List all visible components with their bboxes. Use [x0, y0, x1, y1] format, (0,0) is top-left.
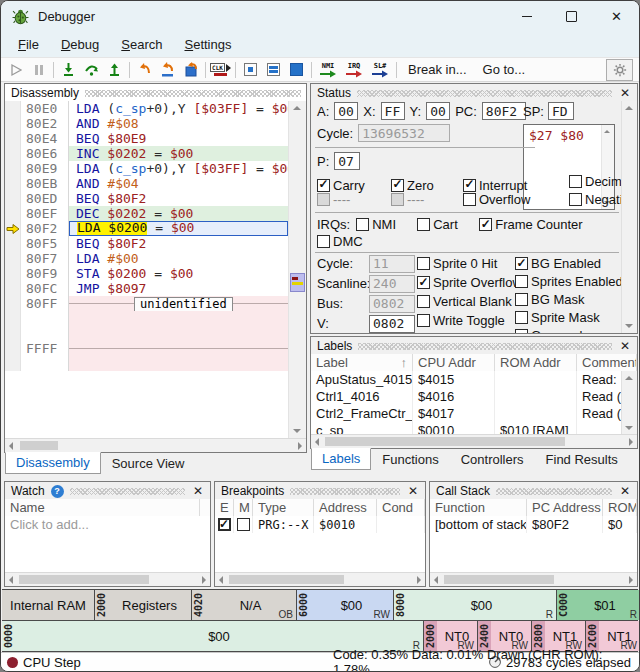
labels-header-rom-addr[interactable]: ROM Addr: [495, 354, 577, 371]
disasm-gutter[interactable]: [5, 221, 21, 236]
labels-table-header[interactable]: Label↑CPU AddrROM AddrComment: [311, 354, 637, 372]
disasm-row[interactable]: 80F7LDA #$00: [5, 251, 288, 266]
help-icon[interactable]: ?: [51, 485, 64, 498]
watch-placeholder[interactable]: Click to add...: [5, 516, 210, 533]
p-register-input[interactable]: [334, 152, 360, 170]
disasm-row[interactable]: 80EBAND #$04: [5, 176, 288, 191]
call-stack-table-header[interactable]: FunctionPC AddressROM Addr: [430, 499, 637, 517]
scrollbar-thumb[interactable]: [229, 575, 344, 584]
flag-checkbox-bg-enabled[interactable]: BG Enabled: [515, 256, 623, 271]
call-stack-header-function[interactable]: Function: [430, 499, 527, 516]
label-row[interactable]: Ctrl2_FrameCtr_40$4017Read (NE: [311, 405, 637, 422]
breakpoints-header-m[interactable]: M: [234, 499, 253, 516]
memory-block-4020[interactable]: 4020N/AOB: [192, 590, 297, 620]
breakpoints-header-type[interactable]: Type: [253, 499, 314, 516]
flag-checkbox-sprite-mask[interactable]: Sprite Mask: [515, 310, 623, 325]
flag-checkbox--[interactable]: ----: [317, 192, 391, 207]
disasm-row[interactable]: 80F9STA $0200 = $00: [5, 266, 288, 281]
close-icon[interactable]: ✕: [618, 86, 632, 100]
labels-tab-controllers[interactable]: Controllers: [450, 449, 535, 471]
scroll-down-icon[interactable]: [625, 324, 633, 328]
step-into-button[interactable]: [57, 60, 80, 80]
scroll-left-icon[interactable]: [434, 576, 438, 584]
step-out-button[interactable]: [103, 60, 126, 80]
disasm-gutter[interactable]: [5, 311, 21, 326]
memory-block-C000[interactable]: C000$01R: [557, 590, 640, 620]
call-stack-header-rom-addr[interactable]: ROM Addr: [603, 499, 637, 516]
disasm-gutter[interactable]: [5, 131, 21, 146]
disasm-instruction[interactable]: DEC $0202 = $00: [69, 206, 288, 221]
disasm-gutter[interactable]: [5, 326, 21, 341]
register-input-a[interactable]: [334, 102, 358, 120]
disasm-row[interactable]: 80E0LDA (c_sp+0),Y [$03FF] = $06: [5, 101, 288, 116]
labels-horizontal-scrollbar[interactable]: [311, 434, 637, 448]
menu-search[interactable]: Search: [110, 34, 173, 55]
labels-header-comment[interactable]: Comment: [577, 354, 637, 371]
disasm-gutter[interactable]: [5, 281, 21, 296]
disasm-instruction[interactable]: [69, 356, 288, 371]
breakpoints-horizontal-scrollbar[interactable]: [215, 572, 425, 586]
undo-step-button[interactable]: [133, 60, 156, 80]
labels-header-cpu-addr[interactable]: CPU Addr: [413, 354, 495, 371]
disasm-gutter[interactable]: [5, 116, 21, 131]
scroll-right-icon[interactable]: [298, 442, 302, 450]
flag-checkbox-carry[interactable]: Carry: [317, 178, 391, 193]
breakpoints-header-e[interactable]: E: [215, 499, 234, 516]
disasm-instruction[interactable]: AND #$04: [69, 176, 288, 191]
watch-name-header[interactable]: Name: [5, 499, 200, 516]
flag-checkbox-bg-mask[interactable]: BG Mask: [515, 292, 623, 307]
disasm-gutter[interactable]: [5, 236, 21, 251]
disasm-row[interactable]: 80E4BEQ $80E9: [5, 131, 288, 146]
step-over-button[interactable]: [80, 60, 103, 80]
scroll-left-icon[interactable]: [9, 576, 13, 584]
scroll-up-icon[interactable]: [625, 376, 633, 380]
register-input-y[interactable]: [426, 102, 450, 120]
disasm-gutter[interactable]: [5, 176, 21, 191]
undo-scanline-button[interactable]: [156, 60, 179, 80]
labels-vertical-scrollbar[interactable]: [621, 371, 637, 435]
slnum-signal-button[interactable]: SL#: [367, 60, 393, 80]
breakpoints-header-cond[interactable]: Cond: [377, 499, 425, 516]
disasm-row[interactable]: 80E2AND #$08: [5, 116, 288, 131]
disasm-gutter[interactable]: [5, 356, 21, 371]
scroll-up-icon[interactable]: [625, 106, 633, 110]
flag-checkbox-zero[interactable]: Zero: [391, 178, 463, 193]
disassembly-tab-disassembly[interactable]: Disassembly: [5, 452, 101, 474]
disasm-row[interactable]: 80EFDEC $0202 = $00: [5, 206, 288, 221]
minimize-button[interactable]: [504, 1, 549, 31]
disasm-row[interactable]: 80FFunidentified: [5, 296, 288, 311]
flag-checkbox-interrupt[interactable]: Interrupt: [463, 178, 569, 193]
flag-checkbox-nmi[interactable]: NMI: [356, 217, 417, 232]
scrollbar-position-marker[interactable]: [290, 273, 305, 292]
disasm-row[interactable]: [5, 326, 288, 341]
disasm-row[interactable]: FFFF: [5, 341, 288, 356]
label-row[interactable]: ApuStatus_4015$4015Read:: [311, 371, 637, 388]
register-input-pc[interactable]: [482, 102, 526, 120]
watch-horizontal-scrollbar[interactable]: [5, 572, 210, 586]
sp-input[interactable]: [548, 102, 574, 120]
scrollbar-thumb[interactable]: [444, 575, 554, 584]
label-row[interactable]: Ctrl1_4016$4016Read (NE: [311, 388, 637, 405]
ppu-scanline-button[interactable]: [262, 60, 285, 80]
status-vertical-scrollbar[interactable]: [621, 101, 637, 333]
break-in-button[interactable]: Break in...: [400, 62, 475, 77]
disasm-row[interactable]: 80FCJMP $8097: [5, 281, 288, 296]
breakpoint-enabled-cell[interactable]: [215, 516, 234, 533]
disasm-row[interactable]: 80E9LDA (c_sp+0),Y [$03FF] = $06: [5, 161, 288, 176]
scroll-down-icon[interactable]: [293, 429, 301, 433]
scroll-left-icon[interactable]: [9, 442, 13, 450]
disasm-instruction[interactable]: [69, 341, 288, 356]
disasm-row[interactable]: 80EDBEQ $80F2: [5, 191, 288, 206]
maximize-button[interactable]: [549, 1, 594, 31]
disasm-instruction[interactable]: unidentified: [69, 296, 288, 311]
ppu-cycle-button[interactable]: [239, 60, 262, 80]
flag-checkbox-write-toggle[interactable]: Write Toggle: [417, 313, 522, 328]
disasm-instruction[interactable]: BEQ $80E9: [69, 131, 288, 146]
flag-checkbox-vertical-blank[interactable]: Vertical Blank: [417, 294, 522, 309]
menu-debug[interactable]: Debug: [50, 34, 110, 55]
flag-checkbox-frame-counter[interactable]: Frame Counter: [479, 217, 582, 232]
disasm-instruction[interactable]: STA $0200 = $00: [69, 266, 288, 281]
breakpoints-table-header[interactable]: EMTypeAddressCond: [215, 499, 425, 517]
disassembly-vertical-scrollbar[interactable]: [288, 101, 306, 438]
close-button[interactable]: ✕: [594, 1, 639, 31]
